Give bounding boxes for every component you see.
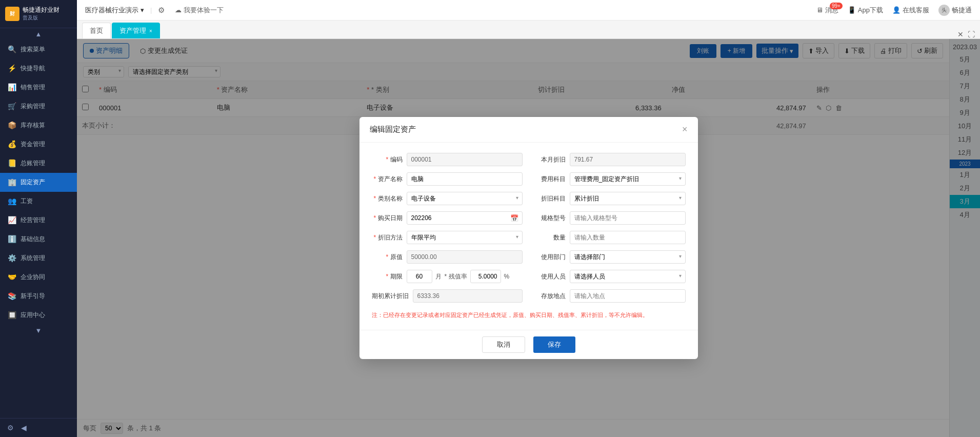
location-input[interactable] (570, 289, 686, 303)
form-row-original-value: 原值 (372, 250, 523, 264)
sidebar-label-payroll: 工资 (21, 197, 33, 206)
code-input[interactable] (407, 153, 523, 166)
tab-close-icon[interactable]: × (149, 28, 152, 34)
tab-home[interactable]: 首页 (82, 23, 111, 38)
avatar: 头 (938, 5, 950, 16)
form-row-purchase-date: 购买日期 📅 (372, 211, 523, 225)
operations-icon: 📈 (7, 216, 16, 224)
sidebar-item-finance[interactable]: 💰 资金管理 (0, 135, 77, 154)
form-row-expense-subject: 费用科目 管理费用_固定资产折旧 (535, 172, 686, 186)
form-grid: 编码 资产名称 类别名称 (372, 153, 686, 303)
sidebar-label-operations: 经营管理 (21, 216, 45, 225)
dep-subject-select[interactable]: 累计折旧 (570, 192, 686, 205)
logo-text-wrap: 畅捷通好业财 普及版 (23, 6, 59, 22)
quantity-input[interactable] (570, 231, 686, 244)
sidebar-item-basic-info[interactable]: ℹ️ 基础信息 (0, 230, 77, 249)
initial-dep-label: 期初累计折旧 (372, 292, 409, 301)
form-col-left: 编码 资产名称 类别名称 (372, 153, 523, 303)
location-label: 存放地点 (535, 292, 566, 301)
tabbar-right: ✕ ⛶ (957, 30, 975, 38)
form-row-personnel: 使用人员 请选择人员 (535, 270, 686, 283)
modal-footer: 取消 保存 (359, 330, 698, 359)
initial-dep-input[interactable] (413, 289, 523, 303)
sidebar-item-app-center[interactable]: 🔲 应用中心 (0, 306, 77, 325)
message-btn[interactable]: 🖥 消息 99+ (816, 6, 838, 15)
modal-close-btn[interactable]: × (682, 124, 688, 135)
sales-icon: 📊 (7, 83, 16, 91)
app-download-btn[interactable]: 📱 App下载 (848, 6, 883, 15)
form-row-dep-subject: 折旧科目 累计折旧 (535, 192, 686, 205)
sidebar-label-basic-info: 基础信息 (21, 235, 45, 244)
residual-rate-input[interactable] (470, 270, 501, 283)
sidebar-scroll-up[interactable]: ▲ (0, 28, 77, 40)
sidebar-item-system[interactable]: ⚙️ 系统管理 (0, 249, 77, 268)
sidebar-item-enterprise[interactable]: 🤝 企业协同 (0, 268, 77, 287)
this-month-dep-input[interactable] (570, 153, 686, 166)
personnel-select[interactable]: 请选择人员 (570, 270, 686, 283)
mobile-icon: 📱 (848, 6, 856, 14)
sidebar-nav: ▲ 🔍 搜索菜单 ⚡ 快捷导航 📊 销售管理 🛒 采购管理 📦 库存核算 💰 资… (0, 28, 77, 418)
purchase-icon: 🛒 (7, 102, 16, 110)
sidebar-logo: 财 畅捷通好业财 普及版 (0, 0, 77, 28)
sidebar: 财 畅捷通好业财 普及版 ▲ 🔍 搜索菜单 ⚡ 快捷导航 📊 销售管理 🛒 采购… (0, 0, 77, 437)
modal-body: 编码 资产名称 类别名称 (359, 143, 698, 330)
logo-icon: 财 (5, 7, 19, 21)
expense-subject-select-wrap: 管理费用_固定资产折旧 (570, 172, 686, 186)
sidebar-item-inventory[interactable]: 📦 库存核算 (0, 116, 77, 135)
app-name: 畅捷通好业财 (23, 6, 59, 14)
category-label: 类别名称 (372, 194, 403, 203)
search-icon: 🔍 (7, 45, 16, 53)
save-button[interactable]: 保存 (533, 336, 575, 353)
sidebar-label-search: 搜索菜单 (21, 45, 45, 54)
purchase-date-input[interactable] (407, 211, 523, 225)
app-edition: 普及版 (23, 14, 59, 22)
tab-expand-btn[interactable]: ⛶ (968, 30, 975, 38)
cancel-button[interactable]: 取消 (482, 336, 525, 353)
category-select-wrap: 电子设备 (407, 192, 523, 205)
experience-btn[interactable]: ☁ 我要体验一下 (175, 6, 224, 15)
department-select[interactable]: 请选择部门 (570, 250, 686, 264)
app-download-label: App下载 (858, 6, 883, 15)
sidebar-item-purchase[interactable]: 🛒 采购管理 (0, 97, 77, 116)
sidebar-item-fixed-assets[interactable]: 🏢 固定资产 (0, 173, 77, 192)
user-btn[interactable]: 头 畅捷通 (938, 5, 972, 16)
form-row-quantity: 数量 (535, 231, 686, 244)
project-selector[interactable]: 医疗器械行业演示 ▾ (85, 6, 144, 15)
sidebar-item-operations[interactable]: 📈 经营管理 (0, 211, 77, 230)
personnel-select-wrap: 请选择人员 (570, 270, 686, 283)
topbar-settings-icon[interactable]: ⚙ (158, 6, 165, 15)
expense-subject-select[interactable]: 管理费用_固定资产折旧 (570, 172, 686, 186)
sidebar-item-quick-nav[interactable]: ⚡ 快捷导航 (0, 59, 77, 78)
sidebar-footer: ⚙ ◀ (0, 418, 77, 437)
form-row-code: 编码 (372, 153, 523, 166)
spec-label: 规格型号 (535, 214, 566, 223)
dep-subject-label: 折旧科目 (535, 194, 566, 203)
sidebar-item-tutorial[interactable]: 📚 新手引导 (0, 287, 77, 306)
quantity-label: 数量 (535, 233, 566, 242)
tab-asset-management[interactable]: 资产管理 × (112, 23, 160, 38)
collapse-icon[interactable]: ◀ (21, 424, 27, 432)
settings-icon[interactable]: ⚙ (7, 424, 14, 432)
asset-name-input[interactable] (407, 172, 523, 186)
tab-close-window-btn[interactable]: ✕ (957, 30, 964, 38)
dep-method-select[interactable]: 年限平均 (407, 231, 523, 244)
sidebar-item-search[interactable]: 🔍 搜索菜单 (0, 40, 77, 59)
period-fields: 月 * 残值率 % (407, 270, 523, 283)
sidebar-scroll-down[interactable]: ▼ (0, 325, 77, 336)
edit-asset-modal: 编辑固定资产 × 编码 (359, 117, 698, 359)
topbar-right: 🖥 消息 99+ 📱 App下载 👤 在线客服 头 畅捷通 (816, 5, 972, 16)
period-input[interactable] (407, 270, 432, 283)
period-unit: 月 (435, 272, 442, 281)
sidebar-item-ledger[interactable]: 📒 总账管理 (0, 154, 77, 173)
sidebar-label-enterprise: 企业协同 (21, 273, 45, 282)
form-row-department: 使用部门 请选择部门 (535, 250, 686, 264)
category-select[interactable]: 电子设备 (407, 192, 523, 205)
form-row-location: 存放地点 (535, 289, 686, 303)
original-value-input[interactable] (407, 250, 523, 264)
sidebar-item-sales[interactable]: 📊 销售管理 (0, 78, 77, 97)
spec-input[interactable] (570, 211, 686, 225)
sidebar-item-payroll[interactable]: 👥 工资 (0, 192, 77, 211)
asset-name-label: 资产名称 (372, 175, 403, 184)
fixed-assets-icon: 🏢 (7, 178, 16, 186)
online-service-btn[interactable]: 👤 在线客服 (892, 6, 929, 15)
